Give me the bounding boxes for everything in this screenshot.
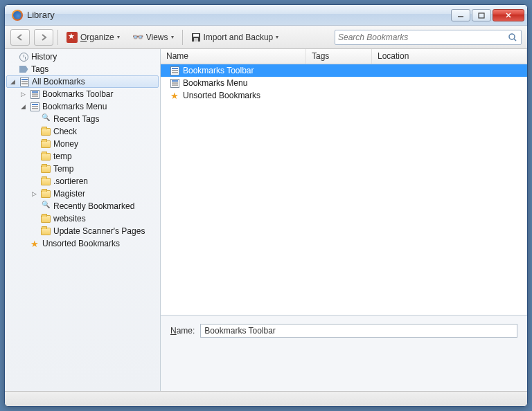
expander-expand-icon[interactable]: ▷ bbox=[19, 91, 27, 98]
minimize-button[interactable] bbox=[451, 9, 470, 21]
list-row[interactable]: Bookmarks Toolbar bbox=[161, 64, 527, 77]
import-backup-button[interactable]: Import and Backup ▾ bbox=[187, 29, 283, 46]
sidebar: History Tags ◢ All Bookmarks ▷ Bookmarks… bbox=[5, 49, 161, 391]
search-tag-icon bbox=[40, 201, 51, 211]
column-name[interactable]: Name bbox=[161, 49, 306, 64]
menu-folder-icon bbox=[169, 78, 180, 88]
toolbar-folder-icon bbox=[169, 66, 180, 75]
content-area: History Tags ◢ All Bookmarks ▷ Bookmarks… bbox=[5, 49, 527, 391]
arrow-left-icon bbox=[16, 33, 24, 42]
chevron-down-icon: ▾ bbox=[117, 34, 120, 40]
list-body: Bookmarks Toolbar Bookmarks Menu ★ Unsor… bbox=[161, 64, 527, 315]
sidebar-item-websites[interactable]: websites bbox=[5, 212, 160, 225]
folder-icon bbox=[40, 214, 51, 223]
sidebar-item-sortieren[interactable]: .sortieren bbox=[5, 175, 160, 188]
folder-icon bbox=[40, 139, 51, 149]
sidebar-item-temp2[interactable]: Temp bbox=[5, 163, 160, 175]
list-header: Name Tags Location bbox=[161, 49, 527, 64]
sidebar-item-recently-bookmarked[interactable]: Recently Bookmarked bbox=[5, 200, 160, 212]
sidebar-item-check[interactable]: Check bbox=[5, 125, 160, 138]
arrow-right-icon bbox=[39, 33, 48, 42]
window-title: Library bbox=[27, 10, 451, 20]
sidebar-history[interactable]: History bbox=[5, 51, 160, 63]
column-tags[interactable]: Tags bbox=[306, 49, 372, 64]
organize-button[interactable]: OOrganizerganize ▾ bbox=[62, 29, 124, 46]
sidebar-bookmarks-menu[interactable]: ◢ Bookmarks Menu bbox=[5, 100, 160, 113]
sidebar-unsorted-bookmarks[interactable]: ★ Unsorted Bookmarks bbox=[5, 237, 160, 250]
close-button[interactable] bbox=[493, 9, 524, 21]
sidebar-item-magister[interactable]: ▷ Magister bbox=[5, 188, 160, 200]
details-name-row: Name:Name: bbox=[170, 324, 517, 338]
svg-rect-6 bbox=[194, 38, 198, 42]
svg-rect-5 bbox=[193, 34, 199, 37]
folder-icon bbox=[40, 127, 51, 136]
forward-button[interactable] bbox=[34, 29, 53, 46]
star-icon: ★ bbox=[29, 239, 40, 248]
sidebar-bookmarks-toolbar[interactable]: ▷ Bookmarks Toolbar bbox=[5, 88, 160, 100]
views-label: Views bbox=[146, 33, 168, 42]
search-input[interactable] bbox=[338, 33, 507, 42]
expander-expand-icon[interactable]: ▷ bbox=[30, 190, 38, 197]
column-location[interactable]: Location bbox=[372, 49, 527, 64]
folder-icon bbox=[40, 152, 51, 161]
folder-icon bbox=[40, 189, 51, 199]
sidebar-tags[interactable]: Tags bbox=[5, 63, 160, 75]
separator bbox=[57, 30, 58, 45]
svg-point-7 bbox=[509, 34, 515, 39]
import-label: Import and Backup bbox=[204, 33, 274, 42]
tag-icon bbox=[18, 64, 29, 74]
main-panel: Name Tags Location Bookmarks Toolbar Boo… bbox=[161, 49, 527, 391]
back-button[interactable] bbox=[10, 29, 30, 46]
search-tag-icon bbox=[40, 114, 51, 124]
separator bbox=[182, 30, 183, 45]
titlebar: Library bbox=[5, 5, 527, 26]
list-row-label: Bookmarks Menu bbox=[183, 78, 247, 88]
app-icon bbox=[12, 10, 23, 21]
list-row[interactable]: Bookmarks Menu bbox=[161, 77, 527, 89]
library-window: Library OOrganizerganize ▾ 👓 Views ▾ Imp… bbox=[4, 4, 528, 407]
folder-icon bbox=[40, 176, 51, 186]
list-row-label: Unsorted Bookmarks bbox=[183, 91, 260, 100]
clock-icon bbox=[18, 52, 29, 62]
statusbar bbox=[5, 391, 527, 406]
save-icon bbox=[191, 33, 201, 42]
star-icon: ★ bbox=[169, 91, 180, 100]
svg-line-8 bbox=[514, 39, 516, 41]
details-panel: Name:Name: bbox=[161, 315, 527, 391]
sidebar-item-money[interactable]: Money bbox=[5, 138, 160, 150]
search-button[interactable] bbox=[507, 32, 518, 43]
sidebar-item-recent-tags[interactable]: Recent Tags bbox=[5, 113, 160, 125]
expander-collapse-icon[interactable]: ◢ bbox=[19, 103, 27, 110]
bookmarks-icon bbox=[19, 77, 30, 86]
list-row-label: Bookmarks Toolbar bbox=[183, 66, 254, 75]
menu-folder-icon bbox=[29, 102, 40, 111]
expander-collapse-icon[interactable]: ◢ bbox=[8, 78, 17, 85]
toolbar: OOrganizerganize ▾ 👓 Views ▾ Import and … bbox=[5, 26, 527, 49]
folder-icon bbox=[40, 164, 51, 174]
sidebar-item-temp[interactable]: temp bbox=[5, 150, 160, 163]
folder-icon bbox=[40, 226, 51, 236]
views-button[interactable]: 👓 Views ▾ bbox=[128, 29, 178, 46]
chevron-down-icon: ▾ bbox=[171, 34, 174, 40]
search-icon bbox=[508, 33, 517, 42]
sidebar-all-bookmarks[interactable]: ◢ All Bookmarks bbox=[6, 75, 159, 88]
binoculars-icon: 👓 bbox=[132, 32, 143, 42]
toolbar-folder-icon bbox=[29, 89, 40, 99]
sidebar-item-update-scanner[interactable]: Update Scanner's Pages bbox=[5, 225, 160, 237]
maximize-button[interactable] bbox=[472, 9, 491, 21]
details-name-label: Name:Name: bbox=[170, 326, 195, 336]
search-box[interactable] bbox=[335, 30, 522, 45]
details-name-input[interactable] bbox=[200, 324, 517, 338]
organize-icon bbox=[66, 32, 78, 43]
chevron-down-icon: ▾ bbox=[276, 34, 278, 40]
list-row[interactable]: ★ Unsorted Bookmarks bbox=[161, 89, 527, 102]
window-controls bbox=[451, 9, 524, 21]
svg-rect-1 bbox=[479, 13, 484, 18]
